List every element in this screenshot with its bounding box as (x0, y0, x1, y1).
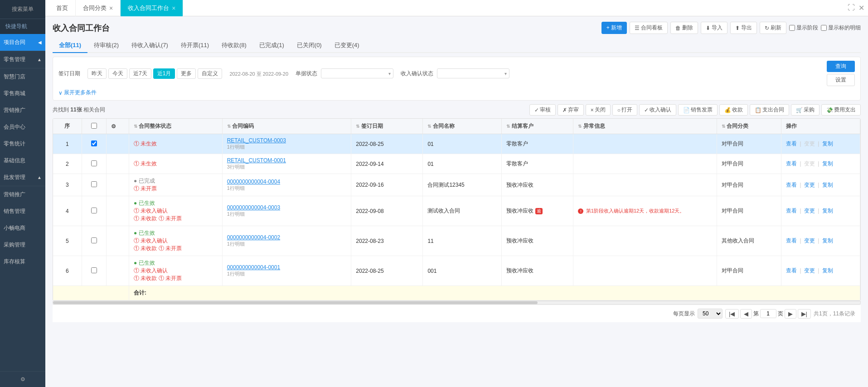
tab-income-workbench[interactable]: 收入合同工作台 × (121, 0, 183, 16)
query-button[interactable]: 查询 (827, 61, 855, 72)
contract-board-button[interactable]: ☰ 合同看板 (630, 22, 668, 34)
select-all-checkbox[interactable] (91, 123, 97, 129)
copy-link[interactable]: 复制 (822, 182, 833, 188)
prev-page-btn[interactable]: ◀ (740, 309, 752, 319)
date-btn-more[interactable]: 更多 (177, 68, 196, 79)
sidebar-item-wholesale[interactable]: 批发管理 ▲ (0, 169, 45, 186)
contract-link[interactable]: RETAIL_CUSTOM-0001 (227, 157, 286, 164)
copy-link[interactable]: 复制 (822, 267, 833, 274)
sidebar-item-online-store[interactable]: 零售商城 (0, 85, 45, 102)
export-button[interactable]: ⬆ 导出 (730, 22, 757, 34)
sort-icon-status[interactable]: ⇅ (134, 124, 137, 129)
date-btn-last7[interactable]: 近7天 (129, 68, 151, 79)
view-link[interactable]: 查看 (786, 267, 797, 274)
expand-filter-btn[interactable]: ∨ 展开更多条件 (58, 89, 855, 97)
payment-btn[interactable]: 💰 收款 (719, 104, 748, 116)
horizontal-scrollbar[interactable] (53, 301, 861, 305)
sort-icon-date[interactable]: ⇅ (356, 124, 359, 129)
page-input[interactable] (760, 309, 776, 318)
date-btn-today[interactable]: 今天 (108, 68, 127, 79)
sidebar-item-member[interactable]: 会员中心 (0, 119, 45, 135)
sidebar-settings[interactable]: ⚙ (0, 371, 45, 387)
sidebar-item-marketing2[interactable]: 营销推广 (0, 186, 45, 203)
sort-icon-category[interactable]: ⇅ (722, 124, 725, 129)
sidebar-item-smart-store[interactable]: 智慧门店 (0, 68, 45, 85)
next-page-btn[interactable]: ▶ (785, 309, 796, 319)
new-button[interactable]: + 新增 (601, 22, 627, 34)
date-btn-last1month[interactable]: 近1月 (153, 68, 175, 79)
copy-link[interactable]: 复制 (822, 208, 833, 214)
contract-link[interactable]: 0000000000004-0004 (227, 179, 280, 185)
view-link[interactable]: 查看 (786, 208, 797, 214)
first-page-btn[interactable]: |◀ (725, 309, 738, 319)
expense-btn[interactable]: 💸 费用支出 (821, 104, 861, 116)
show-detail-checkbox[interactable]: 显示标的明细 (821, 24, 861, 32)
per-page-select[interactable]: 50 20 100 (698, 309, 723, 319)
sort-icon-abnormal[interactable]: ⇅ (578, 124, 582, 129)
date-btn-custom[interactable]: 自定义 (198, 68, 222, 79)
open-btn[interactable]: ○ 打开 (612, 104, 637, 116)
copy-link[interactable]: 复制 (822, 237, 833, 244)
change-link[interactable]: 变更 (804, 182, 815, 188)
close-btn[interactable]: ✕ (858, 4, 864, 12)
col-header-settings[interactable]: ⚙ (106, 119, 129, 134)
income-confirm-select[interactable] (437, 68, 509, 78)
sort-icon-code[interactable]: ⇅ (227, 124, 231, 129)
sort-icon-name[interactable]: ⇅ (427, 124, 431, 129)
change-link[interactable]: 变更 (804, 140, 815, 147)
sort-icon-customer[interactable]: ⇅ (506, 124, 510, 129)
table-settings-icon[interactable]: ⚙ (111, 123, 116, 130)
contract-link[interactable]: 0000000000004-0002 (227, 234, 280, 241)
show-stage-checkbox[interactable]: 显示阶段 (789, 24, 818, 32)
contract-link[interactable]: RETAIL_CUSTOM-0003 (227, 137, 286, 144)
sidebar-item-project[interactable]: 项目合同 ◀ (0, 34, 45, 51)
change-link[interactable]: 变更 (804, 160, 815, 167)
view-link[interactable]: 查看 (786, 140, 797, 147)
filter-tab-pending-confirm[interactable]: 待收入确认(7) (125, 39, 175, 53)
copy-link[interactable]: 复制 (822, 160, 833, 167)
copy-link[interactable]: 复制 (822, 140, 833, 147)
sidebar-item-ecommerce[interactable]: 小畅电商 (0, 220, 45, 237)
sidebar-item-inventory[interactable]: 库存核算 (0, 253, 45, 270)
filter-tab-pending-review[interactable]: 待审核(2) (87, 39, 125, 53)
doc-status-select[interactable] (321, 68, 393, 78)
review-btn[interactable]: ✓ 审核 (529, 104, 556, 116)
filter-tab-pending-invoice[interactable]: 待开票(11) (175, 39, 215, 53)
set-button[interactable]: 设置 (827, 74, 855, 86)
income-confirm-btn[interactable]: ✓ 收入确认 (639, 104, 676, 116)
sidebar-item-sales-mgmt[interactable]: 销售管理 (0, 203, 45, 220)
tab-home[interactable]: 首页 (49, 0, 76, 16)
sidebar-item-retail-stat[interactable]: 零售统计 (0, 135, 45, 152)
change-link[interactable]: 变更 (804, 208, 815, 214)
sidebar-search[interactable]: 搜索菜单 (0, 0, 45, 19)
view-link[interactable]: 查看 (786, 182, 797, 188)
filter-tab-closed[interactable]: 已关闭(0) (291, 39, 328, 53)
contract-link[interactable]: 0000000000004-0003 (227, 204, 280, 211)
filter-tab-completed[interactable]: 已完成(1) (253, 39, 291, 53)
row-checkbox[interactable] (82, 134, 106, 154)
sales-invoice-btn[interactable]: 📄 销售发票 (678, 104, 718, 116)
contract-link[interactable]: 0000000000004-0001 (227, 264, 280, 271)
last-page-btn[interactable]: ▶| (798, 309, 811, 319)
filter-tab-pending-payment[interactable]: 待收款(8) (215, 39, 253, 53)
sidebar-item-base-info[interactable]: 基础信息 (0, 152, 45, 169)
tab-contract-category[interactable]: 合同分类 × (76, 0, 121, 16)
filter-tab-changed[interactable]: 已变更(4) (328, 39, 366, 53)
filter-tab-all[interactable]: 全部(11) (53, 39, 87, 53)
sidebar-item-retail[interactable]: 零售管理 ▲ (0, 51, 45, 68)
outgoing-btn[interactable]: 📋 支出合同 (750, 104, 789, 116)
date-btn-yesterday[interactable]: 昨天 (87, 68, 107, 79)
view-link[interactable]: 查看 (786, 237, 797, 244)
delete-button[interactable]: 🗑 删除 (670, 22, 698, 34)
sidebar-item-marketing[interactable]: 营销推广 (0, 102, 45, 119)
sidebar-item-purchase[interactable]: 采购管理 (0, 237, 45, 253)
abandon-btn[interactable]: ✗ 弃审 (558, 104, 584, 116)
maximize-btn[interactable]: ⛶ (848, 4, 855, 12)
change-link[interactable]: 变更 (804, 237, 815, 244)
change-link[interactable]: 变更 (804, 267, 815, 274)
tab-close-income-workbench[interactable]: × (172, 5, 175, 12)
import-button[interactable]: ⬇ 导入 (701, 22, 727, 34)
view-link[interactable]: 查看 (786, 160, 797, 167)
refresh-button[interactable]: ↻ 刷新 (760, 22, 786, 34)
tab-close-contract-category[interactable]: × (109, 5, 113, 12)
